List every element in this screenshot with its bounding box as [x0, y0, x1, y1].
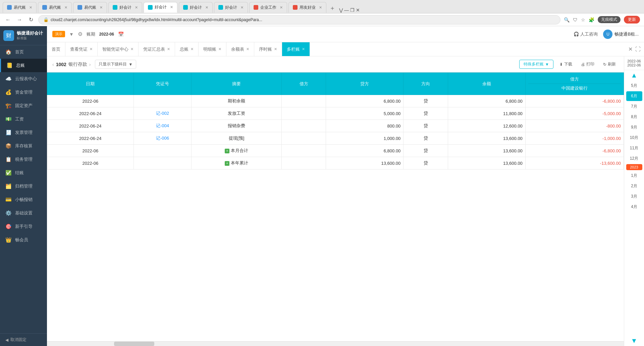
download-button[interactable]: ⬇ 下载 [557, 60, 575, 68]
month-item-4[interactable]: 9月 [626, 122, 642, 132]
month-item-12[interactable]: 4月 [626, 202, 642, 212]
sidebar-item-inventory[interactable]: 📦 库存核算 [0, 139, 47, 153]
browser-tab-2[interactable]: 易代账 ✕ [38, 2, 72, 13]
sidebar-item-member[interactable]: 👑 畅会员 [0, 233, 47, 247]
tab-general-ledger[interactable]: 总账 ✕ [175, 42, 199, 56]
settings-gear-icon[interactable]: ⚙ [78, 31, 83, 37]
tab-list-button[interactable]: ⋁ [339, 7, 343, 13]
month-item-8[interactable]: 2023 [626, 164, 642, 170]
browser-tab-9[interactable]: 用友好业 ✕ [288, 2, 326, 13]
consult-button[interactable]: 🎧 人工咨询 [574, 31, 598, 37]
tab-vouchers[interactable]: 查看凭证 ✕ [65, 42, 98, 56]
month-scroll-up[interactable]: ▲ [630, 70, 639, 81]
prev-account-button[interactable]: ‹ [52, 62, 54, 67]
sidebar-item-settings[interactable]: ⚙️ 基础设置 [0, 206, 47, 220]
tab-voucher-summary-close[interactable]: ✕ [167, 47, 170, 51]
special-ledger-button[interactable]: 特殊多栏账 ▼ [519, 60, 553, 69]
month-item-6[interactable]: 11月 [626, 143, 642, 153]
month-item-3[interactable]: 8月 [626, 112, 642, 122]
maximize-button[interactable]: ❐ [350, 7, 355, 13]
wuhen-mode-button[interactable]: 无痕模式 [598, 16, 621, 23]
month-scroll-down[interactable]: ▼ [630, 336, 639, 346]
tab-detail-ledger-close[interactable]: ✕ [218, 47, 221, 51]
tab-voucher-summary[interactable]: 凭证汇总表 ✕ [139, 42, 175, 56]
tab-close-3[interactable]: ✕ [100, 5, 103, 10]
month-item-2[interactable]: 7月 [626, 102, 642, 111]
sub-filter-dropdown[interactable]: 只显示下级科目 ▼ [95, 60, 137, 69]
tab-close-4[interactable]: ✕ [135, 5, 138, 10]
month-item-11[interactable]: 3月 [626, 192, 642, 201]
address-bar[interactable]: 🔒 cloud2.chanjet.com/accounting/uh26t264… [38, 15, 560, 24]
month-item-9[interactable]: 1月 [626, 171, 642, 181]
sidebar-item-guide[interactable]: 🎯 新手引导 [0, 220, 47, 233]
sidebar-item-salary[interactable]: 💵 工资 [0, 112, 47, 126]
period-value[interactable]: 2022-06 [99, 32, 114, 37]
month-item-0[interactable]: 5月 [626, 81, 642, 91]
sidebar-item-expense[interactable]: 💳 小畅报销 [0, 193, 47, 206]
tab-sequence[interactable]: 序时账 ✕ [254, 42, 282, 56]
cell-voucher-1[interactable]: 记-002 [133, 107, 192, 120]
tab-close-7[interactable]: ✕ [240, 5, 244, 10]
close-window-button[interactable]: ✕ [356, 7, 360, 13]
sidebar-item-assets[interactable]: 🏗️ 固定资产 [0, 99, 47, 112]
scroll-thumb[interactable] [114, 342, 154, 346]
update-button[interactable]: 更新 [624, 16, 640, 23]
calendar-icon[interactable]: 📅 [118, 32, 124, 37]
month-item-1[interactable]: 6月 [626, 91, 642, 101]
dropdown-icon[interactable]: ▼ [69, 32, 74, 37]
forward-button[interactable]: → [15, 17, 23, 23]
minimize-button[interactable]: — [344, 7, 349, 13]
pin-button[interactable]: ◀ 取消固定 [5, 337, 42, 343]
fullscreen-icon[interactable]: ⛶ [635, 46, 641, 52]
next-account-button[interactable]: › [89, 62, 91, 67]
sidebar-item-close[interactable]: ✅ 结账 [0, 166, 47, 180]
tab-balance[interactable]: 余额表 ✕ [226, 42, 254, 56]
tab-balance-close[interactable]: ✕ [246, 47, 249, 51]
refresh-ledger-button[interactable]: ↻ 刷新 [600, 60, 619, 68]
browser-tab-6[interactable]: 好会计 ✕ [179, 2, 213, 13]
tab-close-2[interactable]: ✕ [64, 5, 67, 10]
month-item-10[interactable]: 2月 [626, 181, 642, 191]
shield-icon[interactable]: 🛡 [573, 17, 578, 22]
tab-general-ledger-close[interactable]: ✕ [191, 47, 194, 51]
sidebar-item-reports[interactable]: ☁️ 云报表中心 [0, 72, 47, 86]
browser-tab-7[interactable]: 好会计 ✕ [214, 2, 248, 13]
star-icon[interactable]: ☆ [581, 17, 585, 22]
print-button[interactable]: 🖨 打印 [578, 60, 597, 68]
sidebar-item-ledger[interactable]: 📒 总账 [0, 59, 47, 72]
month-item-7[interactable]: 12月 [626, 154, 642, 163]
tab-smart-voucher[interactable]: 智能凭证中心 ✕ [98, 42, 139, 56]
collapse-icon[interactable]: ✕ [628, 46, 633, 52]
sidebar-item-invoice[interactable]: 🧾 发票管理 [0, 126, 47, 139]
browser-tab-8[interactable]: 企业工作 ✕ [249, 2, 287, 13]
sidebar-item-funds[interactable]: 💰 资金管理 [0, 86, 47, 99]
tab-vouchers-close[interactable]: ✕ [90, 47, 93, 51]
tab-close-6[interactable]: ✕ [205, 5, 208, 10]
extension-icon[interactable]: 🧩 [589, 17, 594, 22]
tab-detail-ledger[interactable]: 明细账 ✕ [199, 42, 226, 56]
browser-tab-1[interactable]: 易代账 ✕ [3, 2, 37, 13]
sidebar-item-home[interactable]: 🏠 首页 [0, 45, 47, 59]
sidebar-item-tax[interactable]: 📋 税务管理 [0, 153, 47, 166]
search-icon[interactable]: 🔍 [564, 17, 570, 22]
tab-multi-column[interactable]: 多栏账 ✕ [282, 42, 310, 56]
tab-home[interactable]: 首页 [47, 42, 65, 56]
browser-tab-4[interactable]: 好会计 ✕ [108, 2, 142, 13]
tab-multi-column-close[interactable]: ✕ [302, 47, 305, 51]
tab-close-8[interactable]: ✕ [280, 5, 283, 10]
browser-tab-5[interactable]: 好会计 ✕ [144, 2, 177, 13]
refresh-nav-button[interactable]: ↻ [27, 16, 35, 23]
month-item-5[interactable]: 10月 [626, 133, 642, 143]
tab-close-1[interactable]: ✕ [29, 5, 32, 10]
cell-voucher-3[interactable]: 记-006 [133, 132, 192, 145]
tab-close-9[interactable]: ✕ [319, 5, 322, 10]
browser-tab-3[interactable]: 易代账 ✕ [73, 2, 107, 13]
horizontal-scrollbar[interactable] [47, 341, 624, 346]
cell-voucher-2[interactable]: 记-004 [133, 120, 192, 132]
tab-smart-voucher-close[interactable]: ✕ [130, 47, 133, 51]
back-button[interactable]: ← [4, 17, 12, 23]
tab-close-5[interactable]: ✕ [170, 5, 173, 9]
demo-badge[interactable]: 演示 [52, 31, 65, 37]
new-tab-button[interactable]: ＋ [328, 3, 337, 13]
sidebar-item-archive[interactable]: 🗂️ 归档管理 [0, 180, 47, 193]
